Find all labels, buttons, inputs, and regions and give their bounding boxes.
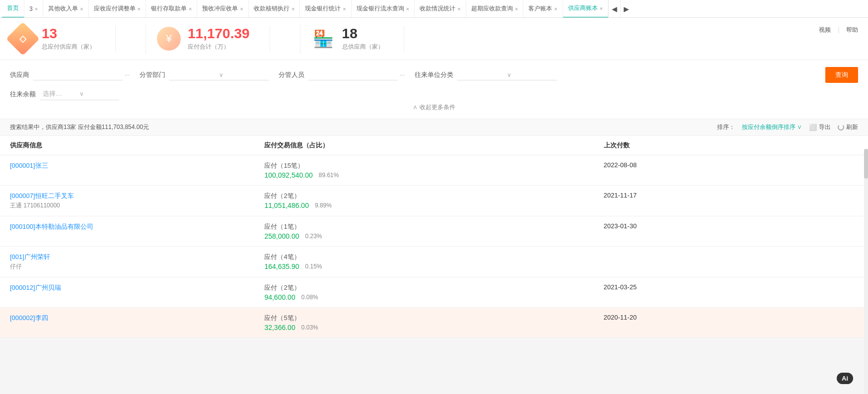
supplier-name-5[interactable]: [000002]李四 (10, 314, 48, 322)
export-icon: ⬜ (809, 124, 817, 131)
supplier-name-2[interactable]: [000100]本特勒油品有限公司 (10, 223, 93, 230)
supplier-name-1[interactable]: [000007]恒旺二手叉车 (10, 192, 74, 199)
result-info: 搜索结果中，供应商13家 应付金额111,703,854.00元 (10, 123, 717, 131)
data-table: 供应商信息 应付交易信息（占比） 上次付数 [000001]张三 应付（15笔）… (0, 136, 868, 338)
transaction-info-5: 应付（5笔） 32,366.00 0.03% (264, 314, 603, 331)
nav-tab-cash-bank-stat[interactable]: 现金银行统计 × (300, 0, 351, 18)
nav-tab-3-close[interactable]: × (35, 6, 38, 12)
nav-tab-prepay-offset[interactable]: 预收冲应收单 × (197, 0, 248, 18)
sort-select[interactable]: 按应付余额倒序排序 ∨ (742, 123, 802, 131)
nav-scroll-right[interactable]: ▶ (620, 0, 632, 18)
result-actions: 排序： 按应付余额倒序排序 ∨ ⬜ 导出 刷新 (717, 123, 858, 131)
nav-tab-cash-bank-flow[interactable]: 现金银行流水查询 × (352, 0, 415, 18)
balance-field: 往来余额 选择… ∨ (10, 88, 119, 100)
department-select[interactable]: ∨ (169, 70, 269, 80)
supplier-name-3[interactable]: [001]广州荣轩 (10, 253, 50, 261)
stat-icon-yen: ¥ (156, 26, 182, 52)
refresh-btn[interactable]: 刷新 (838, 123, 858, 131)
nav-tab-supplier-ledger-label: 供应商账本 (568, 4, 598, 12)
category-label: 往来单位分类 (415, 70, 453, 79)
scrollbar-track[interactable] (864, 149, 868, 338)
trans-amount-3[interactable]: 164,635.90 (264, 263, 299, 270)
supplier-input[interactable] (33, 69, 123, 80)
video-link[interactable]: 视频 (819, 26, 831, 33)
trans-amount-5[interactable]: 32,366.00 (264, 324, 295, 331)
nav-tab-ar-ap-adjust-close[interactable]: × (138, 6, 141, 12)
nav-tab-other-income-label: 其他收入单 (48, 4, 78, 13)
nav-tab-overdue-query[interactable]: 超期应收款查询 × (466, 0, 523, 18)
lastpay-5: 2020-11-20 (604, 314, 774, 321)
table-row: [001]广州荣轩 仔仔 应付（4笔） 164,635.90 0.15% (0, 247, 868, 277)
nav-scroll-left[interactable]: ◀ (608, 0, 620, 18)
supplier-name-0[interactable]: [000001]张三 (10, 162, 48, 169)
balance-select[interactable]: 选择… ∨ (40, 88, 119, 100)
supplier-info-0: [000001]张三 (10, 161, 264, 170)
table-row: [000012]广州贝瑞 应付（2笔） 94,600.00 0.08% 2021… (0, 277, 868, 308)
nav-tab-overdue-query-close[interactable]: × (515, 6, 518, 12)
trans-amount-0[interactable]: 100,092,540.00 (264, 171, 312, 179)
nav-tab-supplier-ledger-close[interactable]: × (600, 5, 603, 11)
nav-tab-cash-bank-stat-close[interactable]: × (343, 6, 346, 12)
supplier-name-4[interactable]: [000012]广州贝瑞 (10, 284, 61, 291)
nav-tab-3[interactable]: 3 × (24, 0, 43, 18)
collapse-more-conditions-btn[interactable]: ∧ 收起更多条件 (10, 100, 858, 115)
supplier-field: 供应商 ··· (10, 69, 130, 80)
transaction-info-0: 应付（15笔） 100,092,540.00 89.61% (264, 161, 603, 179)
category-select[interactable]: ∨ (457, 70, 557, 80)
nav-tab-prepay-offset-close[interactable]: × (240, 6, 243, 12)
nav-tab-collection-stat[interactable]: 收款情况统计 × (415, 0, 466, 18)
nav-tab-home-label: 首页 (7, 4, 19, 12)
trans-row-2: 258,000.00 0.23% (264, 232, 603, 240)
nav-tab-supplier-ledger[interactable]: 供应商账本 × (563, 0, 608, 18)
stat-payable-suppliers-number: 13 (42, 26, 95, 42)
lastpay-0: 2022-08-08 (604, 161, 774, 169)
nav-tab-collection-stat-close[interactable]: × (457, 6, 460, 12)
nav-tab-other-income-close[interactable]: × (80, 6, 83, 12)
stat-payable-amount-label: 应付合计（万） (188, 43, 250, 51)
trans-amount-2[interactable]: 258,000.00 (264, 232, 299, 240)
balance-label: 往来余额 (10, 90, 36, 99)
nav-tab-customer-ledger-close[interactable]: × (554, 6, 557, 12)
lastpay-2: 2023-01-30 (604, 222, 774, 230)
nav-tab-other-income[interactable]: 其他收入单 × (43, 0, 88, 18)
refresh-label: 刷新 (846, 123, 858, 131)
nav-tab-customer-ledger[interactable]: 客户账本 × (523, 0, 563, 18)
trans-row-1: 11,051,486.00 9.89% (264, 201, 603, 209)
stat-payable-suppliers-label: 总应付供应商（家） (42, 43, 95, 51)
top-right-links: 视频 ｜ 帮助 (819, 26, 858, 34)
trans-amount-1[interactable]: 11,051,486.00 (264, 201, 309, 209)
nav-tab-cash-bank-stat-label: 现金银行统计 (305, 4, 341, 13)
supplier-sub-1: 王通 17106110000 (10, 201, 264, 210)
nav-tab-home[interactable]: 首页 (2, 0, 24, 18)
search-area: 供应商 ··· 分管部门 ∨ 分管人员 ··· 往来单位分类 ∨ 查询 (0, 60, 868, 119)
nav-tab-ar-ap-adjust-label: 应收应付调整单 (94, 4, 136, 13)
help-link[interactable]: 帮助 (846, 26, 858, 33)
trans-label-2: 应付（1笔） (264, 222, 603, 231)
nav-tab-bank-deposit[interactable]: 银行存取款单 × (146, 0, 197, 18)
transaction-info-1: 应付（2笔） 11,051,486.00 9.89% (264, 192, 603, 209)
stat-icon-diamond: ◇ (10, 26, 36, 52)
query-button[interactable]: 查询 (825, 67, 858, 83)
export-btn[interactable]: ⬜ 导出 (809, 123, 831, 131)
nav-tab-overdue-query-label: 超期应收款查询 (471, 4, 513, 13)
nav-tab-collection-exec-close[interactable]: × (291, 6, 294, 12)
nav-tab-cash-bank-flow-close[interactable]: × (406, 6, 409, 12)
trans-amount-4[interactable]: 94,600.00 (264, 293, 295, 301)
nav-tab-collection-exec[interactable]: 收款核销执行 × (249, 0, 300, 18)
nav-tab-ar-ap-adjust[interactable]: 应收应付调整单 × (89, 0, 146, 18)
scrollbar-thumb[interactable] (864, 149, 868, 179)
trans-row-5: 32,366.00 0.03% (264, 324, 603, 331)
refresh-icon (838, 124, 844, 131)
personnel-ellipsis-btn[interactable]: ··· (400, 71, 405, 78)
table-header: 供应商信息 应付交易信息（占比） 上次付数 (0, 136, 868, 155)
trans-label-3: 应付（4笔） (264, 253, 603, 262)
stat-total-suppliers-label: 总供应商（家） (342, 43, 384, 51)
table-row: [000002]李四 应付（5笔） 32,366.00 0.03% 2020-1… (0, 308, 868, 338)
trans-percent-5: 0.03% (301, 324, 318, 331)
nav-tab-bank-deposit-label: 银行存取款单 (151, 4, 187, 13)
nav-tab-bank-deposit-close[interactable]: × (189, 6, 192, 12)
stat-payable-amount-number: 11,170.39 (188, 26, 250, 42)
supplier-info-3: [001]广州荣轩 仔仔 (10, 253, 264, 271)
supplier-ellipsis-btn[interactable]: ··· (125, 71, 130, 78)
personnel-input[interactable] (308, 69, 398, 80)
